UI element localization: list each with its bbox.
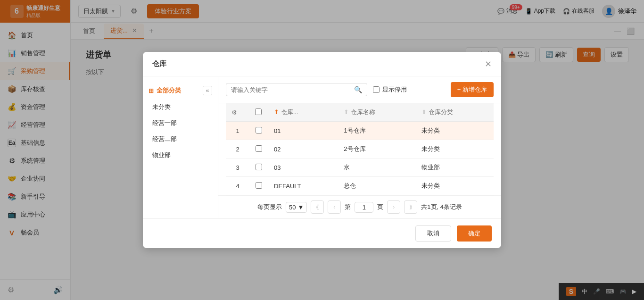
table-body: 1 01 1号仓库 未分类 2 <box>226 122 494 195</box>
table-row[interactable]: 1 01 1号仓库 未分类 <box>226 122 494 140</box>
per-page-select[interactable]: 50 ▼ <box>286 202 307 213</box>
row-name-4: 总仓 <box>338 177 416 195</box>
row-check-1[interactable] <box>249 122 268 140</box>
all-category-label: 全部分类 <box>157 86 181 95</box>
col-header-category: ⬆ 仓库分类 <box>416 103 494 122</box>
modal-sidebar-header: ⊞ 全部分类 « <box>143 82 218 99</box>
modal-category-dept2[interactable]: 经营二部 <box>143 131 218 147</box>
first-page-button[interactable]: ⟪ <box>311 200 324 214</box>
modal-title: 仓库 <box>152 59 166 68</box>
col-header-setting: ⚙ <box>226 103 249 122</box>
show-disabled-label: 显示停用 <box>373 85 407 94</box>
last-page-button[interactable]: ⟫ <box>404 200 417 214</box>
warehouse-table-wrap: ⚙ ⬆ 仓库... ⬆ 仓库名称 <box>218 103 501 195</box>
sort-icon: ⬆ <box>274 108 279 116</box>
modal-toolbar: 🔍 显示停用 + 新增仓库 <box>218 76 501 103</box>
row-name-1: 1号仓库 <box>338 122 416 140</box>
col-header-name: ⬆ 仓库名称 <box>338 103 416 122</box>
modal-header: 仓库 ✕ <box>143 52 501 76</box>
modal-overlay: 仓库 ✕ ⊞ 全部分类 « 未分类 经营一部 经营二部 <box>0 0 644 300</box>
row-check-3[interactable] <box>249 158 268 177</box>
sort-icon2: ⬆ <box>344 108 349 116</box>
add-warehouse-button[interactable]: + 新增仓库 <box>451 82 494 97</box>
table-row[interactable]: 3 03 水 物业部 <box>226 158 494 177</box>
modal-body: ⊞ 全部分类 « 未分类 经营一部 经营二部 物业部 <box>143 76 501 218</box>
row-id-3: 03 <box>268 158 338 177</box>
row-id-4: DEFAULT <box>268 177 338 195</box>
prev-page-button[interactable]: ‹ <box>328 200 341 214</box>
cancel-button[interactable]: 取消 <box>415 225 451 242</box>
collapse-button[interactable]: « <box>203 86 212 95</box>
modal-category-unclassified[interactable]: 未分类 <box>143 99 218 115</box>
next-page-button[interactable]: › <box>387 200 400 214</box>
modal-category-dept1[interactable]: 经营一部 <box>143 115 218 131</box>
row-id-2: 02 <box>268 140 338 158</box>
sort-icon3: ⬆ <box>421 108 427 116</box>
modal-category-property[interactable]: 物业部 <box>143 147 218 163</box>
table-row[interactable]: 2 02 2号仓库 未分类 <box>226 140 494 158</box>
total-label: 共1页, 4条记录 <box>421 203 462 211</box>
row-setting-1: 1 <box>226 122 249 140</box>
warehouse-search-box: 🔍 <box>226 83 367 96</box>
row-category-1: 未分类 <box>416 122 494 140</box>
row-category-3: 物业部 <box>416 158 494 177</box>
row-check-4[interactable] <box>249 177 268 195</box>
table-row[interactable]: 4 DEFAULT 总仓 未分类 <box>226 177 494 195</box>
confirm-button[interactable]: 确定 <box>457 225 492 242</box>
row-setting-4: 4 <box>226 177 249 195</box>
modal-right-area: 🔍 显示停用 + 新增仓库 ⚙ <box>218 76 501 218</box>
page-label-before: 第 <box>345 203 351 211</box>
select-all-checkbox[interactable] <box>255 108 262 115</box>
table-header: ⚙ ⬆ 仓库... ⬆ 仓库名称 <box>226 103 494 122</box>
search-icon: 🔍 <box>354 86 362 93</box>
row-name-2: 2号仓库 <box>338 140 416 158</box>
warehouse-modal: 仓库 ✕ ⊞ 全部分类 « 未分类 经营一部 经营二部 <box>143 52 501 248</box>
warehouse-table: ⚙ ⬆ 仓库... ⬆ 仓库名称 <box>226 103 494 195</box>
page-number-input[interactable] <box>355 202 373 213</box>
pagination-area: 每页显示 50 ▼ ⟪ ‹ 第 页 › ⟫ 共1页, 4条记录 <box>218 195 501 218</box>
row-category-4: 未分类 <box>416 177 494 195</box>
dropdown-icon: ▼ <box>297 204 304 211</box>
page-label: 页 <box>377 203 383 211</box>
modal-actions: 取消 确定 <box>143 218 501 248</box>
col-header-id: ⬆ 仓库... <box>268 103 338 122</box>
modal-category-sidebar: ⊞ 全部分类 « 未分类 经营一部 经营二部 物业部 <box>143 76 218 218</box>
row-category-2: 未分类 <box>416 140 494 158</box>
row-id-1: 01 <box>268 122 338 140</box>
show-disabled-checkbox[interactable] <box>373 86 380 93</box>
row-name-3: 水 <box>338 158 416 177</box>
row-setting-3: 3 <box>226 158 249 177</box>
search-input[interactable] <box>231 86 351 93</box>
per-page-label: 每页显示 <box>257 203 282 211</box>
col-header-check <box>249 103 268 122</box>
grid-icon: ⊞ <box>149 87 154 94</box>
row-check-2[interactable] <box>249 140 268 158</box>
row-setting-2: 2 <box>226 140 249 158</box>
modal-close-button[interactable]: ✕ <box>485 60 492 68</box>
